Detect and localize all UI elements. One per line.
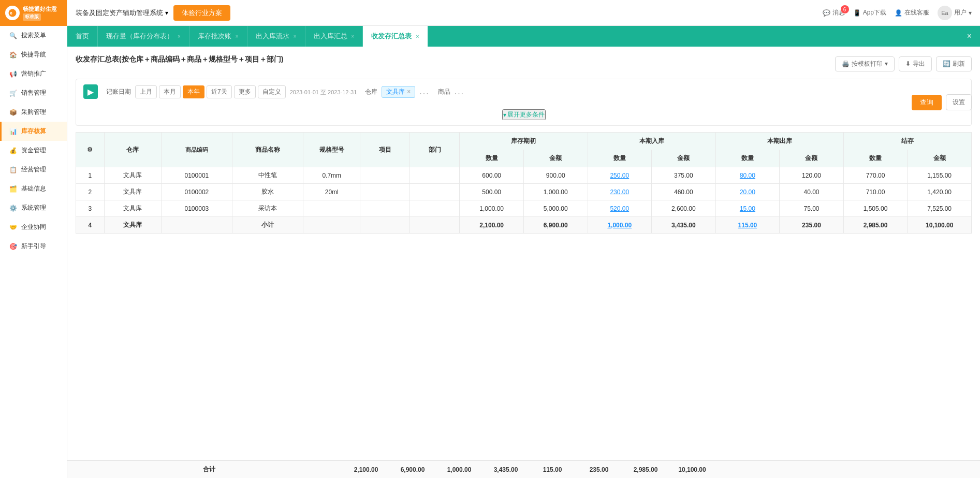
row-out-amt: 40.00 bbox=[780, 184, 844, 200]
footer-values: 2,100.00 6,900.00 1,000.00 3,435.00 115.… bbox=[343, 466, 972, 473]
row-spec: 20ml bbox=[303, 184, 360, 200]
tab-close-inout-flow[interactable]: × bbox=[294, 34, 297, 39]
try-btn[interactable]: 体验行业方案 bbox=[173, 5, 230, 21]
row-out-qty-link[interactable]: 15.00 bbox=[740, 205, 755, 212]
sidebar-item-finance[interactable]: 💰 资金管理 bbox=[0, 141, 67, 160]
row-out-qty[interactable]: 115.00 bbox=[715, 217, 780, 234]
purchase-icon: 📦 bbox=[9, 108, 17, 117]
row-open-qty: 1,000.00 bbox=[460, 200, 524, 217]
date-btn-last-month[interactable]: 上月 bbox=[135, 85, 157, 98]
tab-bar-close-btn[interactable]: × bbox=[967, 32, 972, 41]
row-in-qty-link[interactable]: 230.00 bbox=[610, 189, 629, 196]
row-out-qty[interactable]: 15.00 bbox=[715, 200, 780, 217]
filter-settings-btn[interactable]: 设置 bbox=[946, 94, 972, 110]
inventory-icon: 📊 bbox=[9, 127, 17, 136]
sidebar-item-quick-nav[interactable]: 🏠 快捷导航 bbox=[0, 45, 67, 64]
online-service-item[interactable]: 👤 在线客服 bbox=[895, 8, 929, 17]
row-out-qty-link[interactable]: 20.00 bbox=[740, 189, 755, 196]
col-close-amt-header: 金额 bbox=[908, 150, 972, 167]
marketing-icon: 📢 bbox=[9, 70, 17, 78]
row-out-amt: 75.00 bbox=[780, 200, 844, 217]
warehouse-more-dots[interactable]: ... bbox=[419, 87, 429, 96]
sidebar-item-search[interactable]: 🔍 搜索菜单 bbox=[0, 26, 67, 45]
sidebar-item-system[interactable]: ⚙️ 系统管理 bbox=[0, 198, 67, 218]
row-project bbox=[360, 200, 410, 217]
row-out-qty-link[interactable]: 115.00 bbox=[738, 222, 757, 229]
sidebar-item-marketing[interactable]: 📢 营销推广 bbox=[0, 64, 67, 83]
sidebar-item-operation[interactable]: 📋 经营管理 bbox=[0, 160, 67, 179]
row-in-amt: 375.00 bbox=[652, 167, 716, 184]
service-label: 在线客服 bbox=[904, 8, 929, 17]
date-btn-7days[interactable]: 近7天 bbox=[207, 85, 232, 98]
table-row: 2文具库0100002胶水20ml500.001,000.00230.00460… bbox=[76, 184, 972, 200]
row-name: 采访本 bbox=[232, 200, 303, 217]
row-num: 3 bbox=[76, 200, 105, 217]
row-project bbox=[360, 167, 410, 184]
tab-home[interactable]: 首页 bbox=[67, 26, 98, 47]
table-container: ⚙ 仓库 商品编码 商品名称 规格型号 项目 部门 库存期初 本期入库 本期出库… bbox=[76, 132, 972, 234]
row-in-qty[interactable]: 230.00 bbox=[588, 184, 652, 200]
row-out-qty[interactable]: 80.00 bbox=[715, 167, 780, 184]
date-btn-custom[interactable]: 自定义 bbox=[258, 85, 286, 98]
row-code bbox=[161, 217, 232, 234]
date-btn-this-year[interactable]: 本年 bbox=[183, 85, 204, 98]
refresh-btn[interactable]: 🔄 刷新 bbox=[936, 56, 972, 71]
sidebar-item-enterprise[interactable]: 🤝 企业协同 bbox=[0, 218, 67, 237]
tab-receive-summary[interactable]: 收发存汇总表 × bbox=[363, 26, 428, 47]
warehouse-tag: 文具库 × bbox=[382, 86, 415, 98]
date-btn-this-month[interactable]: 本月 bbox=[159, 85, 181, 98]
table-settings-icon[interactable]: ⚙ bbox=[87, 146, 93, 153]
tab-close-batch[interactable]: × bbox=[236, 34, 239, 39]
export-btn[interactable]: ⬇ 导出 bbox=[899, 56, 932, 71]
expand-conditions-btn[interactable]: ▾ 展开更多条件 bbox=[502, 109, 546, 120]
tab-batch[interactable]: 库存批次账 × bbox=[189, 26, 247, 47]
print-btn[interactable]: 🖨️ 按模板打印 ▾ bbox=[835, 56, 895, 71]
row-in-qty[interactable]: 250.00 bbox=[588, 167, 652, 184]
system-icon: ⚙️ bbox=[9, 204, 17, 212]
sidebar-item-purchase[interactable]: 📦 采购管理 bbox=[0, 103, 67, 122]
sidebar-item-inventory[interactable]: 📊 库存核算 bbox=[0, 122, 67, 141]
logo-icon: 6 bbox=[5, 6, 20, 20]
tab-inout-flow[interactable]: 出入库流水 × bbox=[247, 26, 305, 47]
row-open-qty: 2,100.00 bbox=[460, 217, 524, 234]
system-name-dropdown[interactable]: 装备及固定资产辅助管理系统 ▾ bbox=[76, 8, 168, 18]
tab-close-stock-dist[interactable]: × bbox=[178, 34, 181, 39]
user-item[interactable]: Ea 用户 ▾ bbox=[938, 6, 972, 20]
filter-toggle-btn[interactable]: ▶ bbox=[83, 84, 98, 99]
col-open-qty-header: 数量 bbox=[460, 150, 524, 167]
sidebar-item-newbie[interactable]: 🎯 新手引导 bbox=[0, 237, 67, 256]
tab-inout-summary[interactable]: 出入库汇总 × bbox=[305, 26, 363, 47]
tab-close-receive-summary[interactable]: × bbox=[416, 34, 419, 39]
goods-more-dots[interactable]: ... bbox=[455, 87, 464, 96]
col-code-header: 商品编码 bbox=[161, 133, 232, 167]
table-row: 1文具库0100001中性笔0.7mm600.00900.00250.00375… bbox=[76, 167, 972, 184]
sidebar-item-sales[interactable]: 🛒 销售管理 bbox=[0, 83, 67, 103]
row-warehouse: 文具库 bbox=[104, 200, 161, 217]
warehouse-tag-close[interactable]: × bbox=[407, 88, 411, 95]
tab-close-inout-summary[interactable]: × bbox=[352, 34, 355, 39]
row-in-qty-link[interactable]: 250.00 bbox=[610, 172, 629, 179]
main-table: ⚙ 仓库 商品编码 商品名称 规格型号 项目 部门 库存期初 本期入库 本期出库… bbox=[76, 132, 972, 234]
home-icon: 🏠 bbox=[9, 51, 17, 59]
expand-icon: ▾ bbox=[503, 111, 506, 119]
messages-item[interactable]: 💬 消息 6 bbox=[823, 8, 845, 17]
row-open-amt: 6,900.00 bbox=[523, 217, 588, 234]
row-in-qty[interactable]: 1,000.00 bbox=[588, 217, 652, 234]
sidebar-item-basic[interactable]: 🗂️ 基础信息 bbox=[0, 179, 67, 198]
footer-label: 合计 bbox=[76, 465, 343, 474]
row-out-qty-link[interactable]: 80.00 bbox=[740, 172, 755, 179]
query-btn[interactable]: 查询 bbox=[912, 95, 942, 110]
row-in-qty[interactable]: 520.00 bbox=[588, 200, 652, 217]
row-out-qty[interactable]: 20.00 bbox=[715, 184, 780, 200]
tab-stock-dist[interactable]: 现存量（库存分布表） × bbox=[98, 26, 189, 47]
operation-icon: 📋 bbox=[9, 166, 17, 174]
col-settings-header: ⚙ bbox=[76, 133, 105, 167]
row-name: 胶水 bbox=[232, 184, 303, 200]
row-in-qty-link[interactable]: 520.00 bbox=[610, 205, 629, 212]
message-icon: 💬 bbox=[823, 9, 830, 17]
date-btn-more[interactable]: 更多 bbox=[234, 85, 256, 98]
row-close-amt: 7,525.00 bbox=[908, 200, 972, 217]
app-download-item[interactable]: 📱 App下载 bbox=[853, 8, 886, 17]
row-in-qty-link[interactable]: 1,000.00 bbox=[607, 222, 632, 229]
row-warehouse: 文具库 bbox=[104, 184, 161, 200]
